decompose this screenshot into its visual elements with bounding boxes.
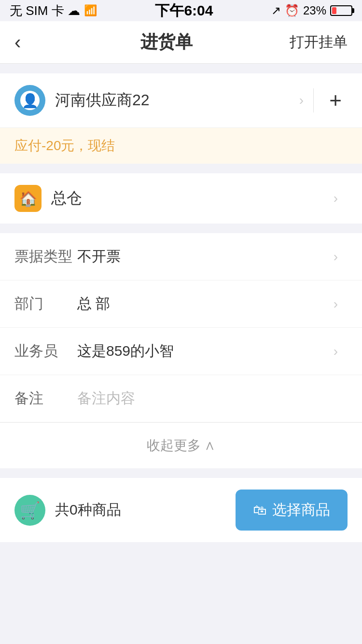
supplier-name: 河南供应商22: [55, 90, 299, 111]
nav-bar: ‹ 进货单 打开挂单: [0, 21, 362, 64]
warehouse-chevron-icon: ›: [334, 191, 338, 206]
status-right: ↗ ⏰ 23%: [271, 4, 352, 17]
select-product-label: 选择商品: [272, 500, 330, 520]
salesman-label: 业务员: [14, 341, 77, 361]
invoice-chevron-icon: ›: [334, 249, 338, 265]
section-gap-1: [0, 64, 362, 73]
salesman-value: 这是859的小智: [77, 341, 334, 361]
remark-label: 备注: [14, 389, 77, 408]
status-bar: 无 SIM 卡 ☁ 📶 下午6:04 ↗ ⏰ 23%: [0, 0, 362, 21]
supplier-section: 👤 河南供应商22 › + 应付-20元，现结: [0, 73, 362, 164]
alarm-icon: ⏰: [285, 4, 299, 17]
page-title: 进货单: [140, 30, 193, 54]
warehouse-name: 总仓: [51, 188, 334, 209]
product-count: 共0种商品: [55, 500, 226, 520]
sim-label: 无 SIM 卡 ☁: [10, 2, 80, 19]
divider: [313, 88, 314, 112]
chevron-right-icon: ›: [299, 93, 304, 108]
status-left: 无 SIM 卡 ☁ 📶: [10, 2, 97, 19]
product-icon: 🛒: [14, 495, 45, 526]
add-supplier-button[interactable]: +: [323, 88, 348, 112]
select-product-icon: 🛍: [253, 502, 266, 518]
department-row[interactable]: 部门 总 部 ›: [0, 280, 362, 328]
location-icon: ↗: [271, 4, 281, 17]
avatar: 👤: [14, 85, 45, 116]
salesman-chevron-icon: ›: [334, 344, 338, 359]
notice-banner: 应付-20元，现结: [0, 128, 362, 164]
battery-icon: [330, 5, 352, 16]
select-product-button[interactable]: 🛍 选择商品: [236, 490, 348, 531]
department-chevron-icon: ›: [334, 296, 338, 312]
battery-percent: 23%: [303, 4, 326, 17]
form-section: 票据类型 不开票 › 部门 总 部 › 业务员 这是859的小智 › 备注 备注…: [0, 233, 362, 468]
invoice-row[interactable]: 票据类型 不开票 ›: [0, 233, 362, 280]
user-icon: 👤: [20, 91, 40, 110]
status-time: 下午6:04: [155, 1, 213, 21]
supplier-row[interactable]: 👤 河南供应商22 › +: [0, 73, 362, 128]
warehouse-row[interactable]: 🏠 总仓 ›: [0, 173, 362, 224]
remark-row[interactable]: 备注 备注内容: [0, 375, 362, 422]
battery-fill: [332, 7, 336, 14]
product-bar: 🛒 共0种商品 🛍 选择商品: [0, 478, 362, 542]
salesman-row[interactable]: 业务员 这是859的小智 ›: [0, 328, 362, 375]
back-button[interactable]: ‹: [14, 31, 43, 53]
department-value: 总 部: [77, 294, 334, 314]
invoice-label: 票据类型: [14, 247, 77, 266]
department-label: 部门: [14, 294, 77, 314]
footer-area: [0, 542, 362, 644]
warehouse-icon: 🏠: [14, 185, 42, 212]
invoice-value: 不开票: [77, 247, 334, 266]
warehouse-section: 🏠 总仓 ›: [0, 173, 362, 224]
remark-input[interactable]: 备注内容: [77, 389, 348, 408]
collapse-button[interactable]: 收起更多 ∧: [0, 422, 362, 468]
open-pending-button[interactable]: 打开挂单: [290, 32, 348, 52]
wifi-icon: 📶: [84, 4, 97, 17]
